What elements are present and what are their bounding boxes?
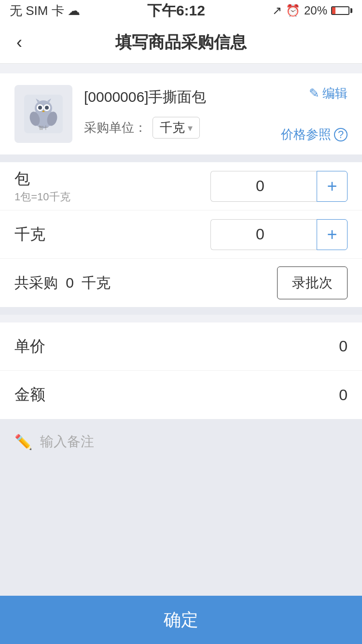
page-title: 填写商品采购信息 bbox=[115, 31, 247, 54]
alarm-icon: ⏰ bbox=[286, 4, 300, 17]
battery-indicator bbox=[331, 6, 352, 15]
bao-main-label: 包 bbox=[14, 168, 72, 190]
unit-price-row: 单价 0 bbox=[0, 322, 362, 371]
amount-row: 金额 0 bbox=[0, 371, 362, 419]
product-logo: 智十 bbox=[24, 95, 63, 133]
total-prefix: 共采购 bbox=[14, 275, 58, 291]
svg-point-5 bbox=[38, 106, 42, 110]
product-card: 智十 [0000006]手撕面包 采购单位： 千克 ▾ ✎ 编辑 价格参照 bbox=[0, 73, 362, 154]
input-row-bao: 包 1包=10千克 + bbox=[0, 162, 362, 210]
footer-spacer bbox=[0, 464, 362, 609]
status-time: 下午6:12 bbox=[147, 1, 205, 21]
svg-text:智十: 智十 bbox=[39, 125, 48, 130]
product-name: [0000006]手撕面包 bbox=[84, 87, 348, 107]
kg-plus-button[interactable]: + bbox=[317, 219, 348, 250]
edit-label: 编辑 bbox=[322, 85, 348, 102]
dropdown-arrow-icon: ▾ bbox=[188, 122, 193, 134]
input-row-kg: 千克 + bbox=[0, 210, 362, 259]
bao-input[interactable] bbox=[210, 171, 317, 202]
bao-label-wrap: 包 1包=10千克 bbox=[14, 168, 72, 204]
kg-label-wrap: 千克 bbox=[14, 224, 72, 245]
section-divider-2 bbox=[0, 307, 362, 315]
record-batch-button[interactable]: 录批次 bbox=[277, 266, 348, 299]
kg-main-label: 千克 bbox=[14, 224, 72, 245]
input-section: 包 1包=10千克 + 千克 + bbox=[0, 162, 362, 259]
battery-percent: 20% bbox=[304, 4, 327, 17]
back-button[interactable]: ‹ bbox=[12, 28, 27, 57]
total-amount: 0 bbox=[66, 275, 74, 291]
status-left: 无 SIM 卡 ☁ bbox=[10, 2, 80, 19]
section-divider-1 bbox=[0, 154, 362, 162]
note-placeholder: 输入备注 bbox=[40, 433, 94, 451]
confirm-button[interactable]: 确定 bbox=[0, 596, 362, 644]
price-section: 单价 0 金额 0 bbox=[0, 322, 362, 419]
total-row: 共采购 0 千克 录批次 bbox=[0, 259, 362, 307]
sim-status: 无 SIM 卡 ☁ bbox=[10, 2, 80, 19]
status-right: ↗ ⏰ 20% bbox=[272, 4, 352, 17]
total-unit: 千克 bbox=[82, 275, 111, 291]
nav-bar: ‹ 填写商品采购信息 bbox=[0, 21, 362, 64]
edit-icon: ✎ bbox=[309, 86, 320, 101]
location-icon: ↗ bbox=[272, 4, 282, 17]
unit-label: 采购单位： bbox=[84, 119, 147, 136]
edit-button[interactable]: ✎ 编辑 bbox=[309, 85, 348, 102]
unit-value: 千克 bbox=[160, 119, 185, 136]
price-ref-button[interactable]: 价格参照 ? bbox=[281, 126, 348, 143]
unit-price-label: 单价 bbox=[14, 336, 45, 357]
unit-select[interactable]: 千克 ▾ bbox=[153, 117, 200, 139]
amount-label: 金额 bbox=[14, 384, 45, 406]
bao-plus-button[interactable]: + bbox=[317, 171, 348, 202]
pencil-icon: ✏️ bbox=[14, 434, 32, 450]
amount-value: 0 bbox=[339, 386, 348, 404]
kg-input-wrap: + bbox=[210, 219, 348, 250]
unit-price-value: 0 bbox=[339, 337, 348, 355]
bao-input-wrap: + bbox=[210, 171, 348, 202]
bao-sub-label: 1包=10千克 bbox=[14, 190, 72, 204]
kg-input[interactable] bbox=[210, 219, 317, 250]
status-bar: 无 SIM 卡 ☁ 下午6:12 ↗ ⏰ 20% bbox=[0, 0, 362, 21]
total-text: 共采购 0 千克 bbox=[14, 273, 111, 293]
svg-point-6 bbox=[45, 106, 49, 110]
help-icon: ? bbox=[334, 128, 348, 141]
note-section[interactable]: ✏️ 输入备注 bbox=[0, 419, 362, 464]
price-ref-label: 价格参照 bbox=[281, 126, 331, 143]
product-image: 智十 bbox=[14, 85, 72, 143]
